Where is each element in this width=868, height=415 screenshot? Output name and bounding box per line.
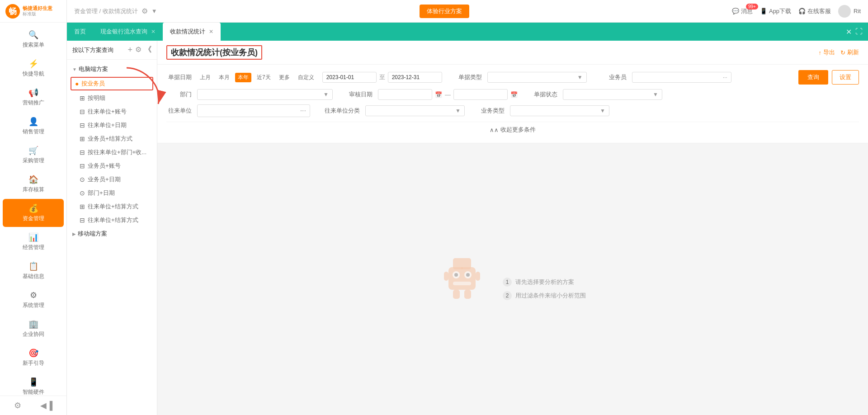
search-icon: 🔍	[28, 30, 38, 40]
breadcrumb: 资金管理 / 收款情况统计	[74, 7, 138, 15]
query-button[interactable]: 查询	[798, 70, 828, 85]
sidebar-item-search[interactable]: 🔍 搜索菜单	[3, 25, 64, 53]
export-button[interactable]: ↑ 导出	[819, 48, 835, 57]
header-dropdown-icon[interactable]: ▼	[151, 8, 157, 14]
sales-icon: 👤	[28, 117, 38, 127]
svg-point-6	[466, 273, 470, 277]
message-area[interactable]: 💬 消息 99+	[732, 7, 753, 15]
date-shortcut-custom[interactable]: 自定义	[295, 73, 317, 82]
dept-select[interactable]: ▼	[197, 89, 333, 100]
setting-button[interactable]: 设置	[832, 70, 859, 85]
sidebar-item-smart-hw[interactable]: 📱 智能硬件	[3, 373, 64, 396]
sidebar-item-basic-info[interactable]: 📋 基础信息	[3, 257, 64, 285]
sidebar-item-purchase[interactable]: 🛒 采购管理	[3, 141, 64, 169]
audit-date-separator: —	[445, 91, 451, 98]
tab-maximize-btn[interactable]: ⛶	[855, 28, 863, 36]
scheme-settings-btn[interactable]: ⚙	[135, 45, 142, 55]
tab-close-collection-stats[interactable]: ✕	[209, 28, 213, 35]
tab-bank-flow[interactable]: 现金银行流水查询 ✕	[93, 23, 163, 41]
tree-item-staff-settlement[interactable]: ⊞ 业务员+结算方式	[67, 132, 157, 146]
date-shortcut-this-year[interactable]: 本年	[235, 73, 251, 82]
empty-steps: 1 请先选择要分析的方案 2 用过滤条件来缩小分析范围	[503, 278, 586, 305]
tree-group-mobile-header[interactable]: ▶ 移动端方案	[67, 227, 157, 241]
tree-item-staff-date[interactable]: ⊙ 业务员+日期	[67, 173, 157, 186]
sidebar-item-quick-nav[interactable]: ⚡ 快捷导航	[3, 54, 64, 82]
online-service[interactable]: 🎧 在线客服	[798, 7, 831, 15]
audit-date-calendar-icon[interactable]: 📅	[435, 91, 442, 98]
date-shortcut-7days[interactable]: 近7天	[254, 73, 274, 82]
filter-area: 单据日期 上月 本月 本年 近7天 更多 自定义 至	[157, 65, 868, 143]
tab-close-all-btn[interactable]: ✕	[846, 28, 852, 36]
tab-home[interactable]: 首页	[67, 23, 93, 41]
sidebar-item-marketing[interactable]: 📢 营销推广	[3, 83, 64, 111]
tree-group-mobile: ▶ 移动端方案	[67, 227, 157, 241]
dept-label: 部门	[166, 90, 192, 99]
audit-date-to-calendar-icon[interactable]: 📅	[510, 91, 518, 98]
tree-item-partner-settlement2[interactable]: ⊟ 往来单位+结算方式	[67, 213, 157, 227]
partner-select[interactable]: ···	[197, 104, 310, 117]
partner-category-select[interactable]: ▼	[365, 105, 465, 116]
audit-date-label: 审核日期	[347, 90, 373, 99]
trial-button[interactable]: 体验行业方案	[420, 5, 469, 18]
tree-item-partner-settlement1[interactable]: ⊞ 往来单位+结算方式	[67, 200, 157, 213]
export-icon: ↑	[819, 49, 822, 56]
page-title: 收款情况统计(按业务员)	[166, 45, 262, 60]
tab-collection-stats[interactable]: 收款情况统计 ✕	[163, 23, 221, 41]
date-shortcut-this-month[interactable]: 本月	[216, 73, 232, 82]
scheme-panel-actions: + ⚙ 《	[127, 45, 151, 55]
app-download[interactable]: 📱 App下载	[760, 7, 791, 15]
tree-item-dept-date[interactable]: ⊙ 部门+日期	[67, 186, 157, 200]
by-detail-icon: ⊞	[80, 94, 85, 102]
sidebar-item-finance[interactable]: 💰 资金管理	[3, 199, 64, 227]
sidebar-item-enterprise[interactable]: 🏢 企业协同	[3, 315, 64, 343]
tree-group-desktop: ▼ 电脑端方案 ● 按业务员 ⊞ 按明细 ⊟ 往	[67, 62, 157, 227]
header-gear-icon[interactable]: ⚙	[142, 7, 148, 15]
scheme-collapse-btn[interactable]: 《	[144, 45, 151, 55]
top-header: 资金管理 / 收款情况统计 ⚙ ▼ 体验行业方案 💬 消息 99+ 📱 App下…	[67, 0, 868, 23]
sidebar-item-beginner[interactable]: 🎯 新手引导	[3, 344, 64, 372]
system-icon: ⚙	[30, 290, 37, 300]
content-area: 1 请先选择要分析的方案 2 用过滤条件来缩小分析范围	[157, 143, 868, 415]
date-shortcut-last-month[interactable]: 上月	[197, 73, 213, 82]
settings-footer-btn[interactable]: ⚙	[14, 401, 21, 410]
tree-item-partner-date[interactable]: ⊟ 往来单位+日期	[67, 118, 157, 132]
collapse-sidebar-btn[interactable]: ◀▐	[40, 401, 52, 410]
partner-account-icon: ⊟	[80, 108, 85, 115]
page-content: 按以下方案查询 + ⚙ 《 ▼ 电脑端方案 ●	[67, 41, 868, 415]
tab-close-bank-flow[interactable]: ✕	[151, 28, 156, 35]
tree-item-by-partner-dept[interactable]: ⊟ 按往来单位+部门+收...	[67, 146, 157, 159]
desktop-group-arrow: ▼	[72, 67, 77, 72]
smart-hw-icon: 📱	[28, 377, 38, 387]
service-icon: 🎧	[798, 8, 806, 14]
doc-status-select[interactable]: ▼	[563, 89, 662, 100]
staff-settlement-icon: ⊞	[80, 135, 85, 142]
logo-text: 畅捷通好生意 标准版	[23, 5, 52, 17]
svg-point-5	[454, 273, 458, 277]
sidebar-item-system[interactable]: ⚙ 系统管理	[3, 286, 64, 314]
dept-chevron: ▼	[323, 91, 329, 98]
refresh-button[interactable]: ↻ 刷新	[840, 48, 859, 57]
date-shortcut-more[interactable]: 更多	[276, 73, 292, 82]
sidebar-item-inventory[interactable]: 🏠 库存核算	[3, 170, 64, 198]
audit-date-from-input[interactable]	[378, 89, 432, 100]
collapse-bar[interactable]: ∧∧ 收起更多条件	[166, 122, 859, 137]
tree-item-by-staff[interactable]: ● 按业务员	[71, 77, 153, 90]
business-type-select[interactable]: ▼	[510, 105, 609, 116]
audit-date-range-group: 📅 — 📅	[378, 89, 518, 100]
sidebar-item-operation[interactable]: 📊 经营管理	[3, 228, 64, 256]
audit-date-to-input[interactable]	[453, 89, 508, 100]
tree-group-desktop-header[interactable]: ▼ 电脑端方案	[67, 62, 157, 76]
tree-item-by-detail[interactable]: ⊞ 按明细	[67, 91, 157, 105]
doc-type-select[interactable]: ▼	[487, 72, 587, 83]
tree-item-partner-account[interactable]: ⊟ 往来单位+账号	[67, 105, 157, 118]
staff-select[interactable]: ···	[632, 72, 731, 83]
add-scheme-btn[interactable]: +	[127, 45, 132, 55]
date-from-input[interactable]	[322, 72, 377, 83]
tree-item-staff-account[interactable]: ⊟ 业务员+账号	[67, 159, 157, 173]
sidebar-logo: 畅 畅捷通好生意 标准版	[0, 0, 66, 23]
staff-label: 业务员	[601, 73, 627, 81]
date-to-input[interactable]	[388, 72, 442, 83]
partner-more-icon[interactable]: ···	[300, 107, 306, 115]
sidebar-item-sales[interactable]: 👤 销售管理	[3, 112, 64, 140]
message-badge: 99+	[746, 4, 758, 9]
